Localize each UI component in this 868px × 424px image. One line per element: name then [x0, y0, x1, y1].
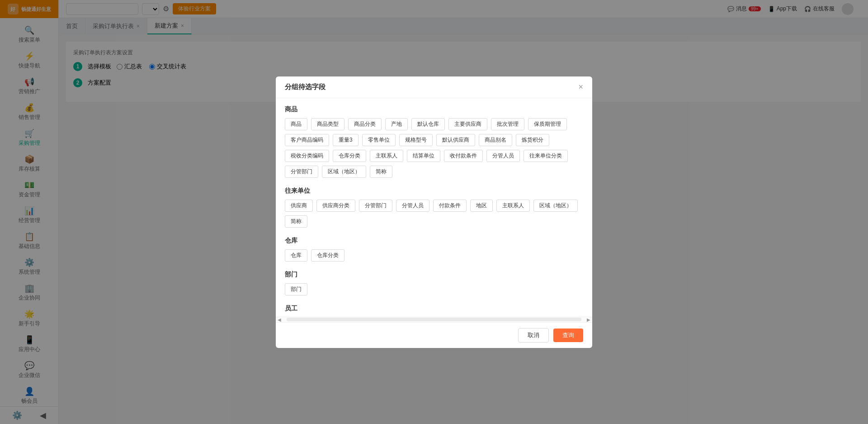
field-tag[interactable]: 往来单位分类: [524, 150, 568, 162]
field-tag[interactable]: 分管部门: [285, 166, 318, 178]
field-tag[interactable]: 默认仓库: [411, 118, 445, 130]
field-tag[interactable]: 区域（地区）: [322, 166, 366, 178]
modal-header: 分组待选字段 ×: [276, 76, 592, 98]
field-tag[interactable]: 保质期管理: [528, 118, 567, 130]
field-tag[interactable]: 主联系人: [370, 150, 403, 162]
modal-hscroll[interactable]: ◀ ▶: [276, 317, 592, 322]
field-tag[interactable]: 简称: [285, 215, 307, 228]
field-tag[interactable]: 商品类型: [311, 118, 344, 130]
scroll-right-arrow[interactable]: ▶: [585, 317, 592, 322]
field-tag[interactable]: 分管部门: [359, 200, 392, 212]
section-title-product: 商品: [285, 105, 583, 114]
field-tag[interactable]: 炼货积分: [516, 134, 549, 146]
modal-title: 分组待选字段: [285, 83, 326, 91]
section-product: 商品商品商品类型商品分类产地默认仓库主要供应商批次管理保质期管理客户商品编码重量…: [285, 105, 583, 178]
field-tag[interactable]: 客户商品编码: [285, 134, 329, 146]
hscroll-bar: [287, 318, 581, 321]
field-tag[interactable]: 规格型号: [399, 134, 433, 146]
modal-overlay: 分组待选字段 × 商品商品商品类型商品分类产地默认仓库主要供应商批次管理保质期管…: [0, 0, 868, 424]
cancel-button[interactable]: 取消: [518, 328, 549, 343]
section-title-employee: 员工: [285, 305, 583, 313]
field-tag[interactable]: 分管人员: [396, 200, 429, 212]
section-department: 部门部门: [285, 271, 583, 295]
modal-close-btn[interactable]: ×: [578, 83, 583, 91]
field-tags-partner: 供应商供应商分类分管部门分管人员付款条件地区主联系人区域（地区）简称: [285, 200, 583, 228]
section-warehouse: 仓库仓库仓库分类: [285, 237, 583, 262]
field-tag[interactable]: 部门: [285, 283, 307, 295]
field-tag[interactable]: 地区: [470, 200, 493, 212]
field-tags-department: 部门: [285, 283, 583, 295]
confirm-button[interactable]: 查询: [553, 329, 583, 342]
field-tag[interactable]: 简称: [370, 166, 392, 178]
modal-body[interactable]: 商品商品商品类型商品分类产地默认仓库主要供应商批次管理保质期管理客户商品编码重量…: [276, 98, 592, 317]
field-tag[interactable]: 默认供应商: [436, 134, 475, 146]
section-employee: 员工业务员: [285, 305, 583, 317]
section-title-department: 部门: [285, 271, 583, 279]
field-tag[interactable]: 重量3: [333, 134, 359, 146]
field-tag[interactable]: 区域（地区）: [533, 200, 578, 212]
field-tag[interactable]: 批次管理: [491, 118, 524, 130]
section-title-partner: 往来单位: [285, 187, 583, 195]
section-title-warehouse: 仓库: [285, 237, 583, 245]
field-tag[interactable]: 供应商分类: [316, 200, 355, 212]
section-partner: 往来单位供应商供应商分类分管部门分管人员付款条件地区主联系人区域（地区）简称: [285, 187, 583, 228]
modal: 分组待选字段 × 商品商品商品类型商品分类产地默认仓库主要供应商批次管理保质期管…: [276, 76, 592, 348]
field-tag[interactable]: 商品别名: [479, 134, 512, 146]
field-tag[interactable]: 供应商: [285, 200, 313, 212]
field-tag[interactable]: 付款条件: [433, 200, 467, 212]
field-tag[interactable]: 主联系人: [496, 200, 530, 212]
field-tag[interactable]: 仓库分类: [311, 249, 344, 262]
field-tag[interactable]: 收付款条件: [444, 150, 483, 162]
field-tags-product: 商品商品类型商品分类产地默认仓库主要供应商批次管理保质期管理客户商品编码重量3零…: [285, 118, 583, 178]
field-tag[interactable]: 结算单位: [407, 150, 440, 162]
field-tags-warehouse: 仓库仓库分类: [285, 249, 583, 262]
modal-footer: 取消 查询: [276, 322, 592, 348]
field-tag[interactable]: 仓库分类: [333, 150, 366, 162]
field-tag[interactable]: 商品: [285, 118, 307, 130]
field-tag[interactable]: 零售单位: [362, 134, 396, 146]
field-tag[interactable]: 税收分类编码: [285, 150, 329, 162]
field-tag[interactable]: 仓库: [285, 249, 307, 262]
field-tag[interactable]: 商品分类: [348, 118, 382, 130]
field-tag[interactable]: 主要供应商: [448, 118, 487, 130]
field-tag[interactable]: 分管人员: [486, 150, 520, 162]
field-tag[interactable]: 产地: [385, 118, 408, 130]
scroll-left-arrow[interactable]: ◀: [276, 317, 283, 322]
